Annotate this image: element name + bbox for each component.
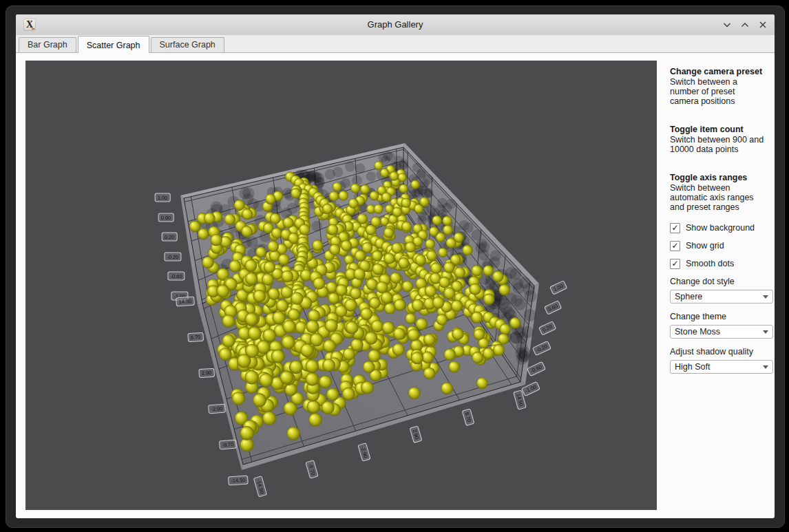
checkmark-icon: ✓ [671, 242, 678, 250]
checkbox-label: Show grid [686, 241, 724, 251]
checkbox-show-background[interactable]: ✓ [670, 223, 680, 233]
checkbox-row: ✓ Show grid [670, 241, 775, 251]
axis-tick-label: 1.00 [155, 193, 171, 202]
help-title: Change camera preset [670, 67, 775, 76]
scatter-3d-view[interactable]: 1.000.600.20-0.20-0.60-1.0014.508.702.90… [25, 61, 657, 510]
theme-select[interactable]: Stone Moss [670, 325, 773, 339]
chevron-down-icon [723, 21, 731, 29]
theme-label: Change theme [670, 312, 775, 321]
help-section-camera: Change camera preset Switch between a nu… [670, 67, 775, 106]
axis-tick-label: -14.50 [228, 476, 249, 486]
checkbox-row: ✓ Smooth dots [670, 259, 775, 268]
checkbox-show-grid[interactable]: ✓ [670, 241, 680, 251]
axis-tick-label: 0.20 [162, 233, 178, 242]
help-section-axis-ranges: Toggle axis ranges Switch between automa… [670, 173, 775, 212]
axis-tick-label: -8.70 [219, 440, 237, 450]
checkbox-group: ✓ Show background ✓ Show grid ✓ Smooth d… [670, 223, 775, 268]
checkbox-row: ✓ Show background [670, 223, 775, 233]
minimize-button[interactable] [722, 20, 732, 30]
axis-tick-label: -2.90 [208, 404, 226, 414]
shadow-quality-label: Adjust shadow quality [670, 347, 775, 357]
checkbox-smooth-dots[interactable]: ✓ [670, 259, 680, 269]
close-icon [759, 21, 767, 29]
checkmark-icon: ✓ [671, 260, 678, 268]
app-window: X Graph Gallery Bar Graph Scatter Graph … [6, 6, 785, 528]
shadow-quality-value: High Soft [675, 362, 710, 372]
tab-surface-graph[interactable]: Surface Graph [151, 37, 224, 52]
help-title: Toggle axis ranges [670, 173, 775, 182]
axis-tick-label: 8.70 [187, 332, 203, 343]
tab-bar: Bar Graph Scatter Graph Surface Graph [16, 35, 775, 53]
checkbox-label: Smooth dots [686, 259, 734, 268]
theme-value: Stone Moss [675, 327, 720, 337]
maximize-button[interactable] [740, 20, 750, 30]
window-controls [722, 14, 768, 35]
axis-tick-label: 0.60 [158, 213, 174, 222]
help-desc: Switch between automatic axis ranges and… [670, 183, 775, 212]
dot-style-label: Change dot style [670, 277, 775, 286]
tab-bar-graph[interactable]: Bar Graph [19, 37, 76, 52]
side-panel: Change camera preset Switch between a nu… [670, 67, 775, 374]
help-desc: Switch between 900 and 10000 data points [670, 135, 775, 154]
titlebar[interactable]: X Graph Gallery [16, 14, 775, 36]
chevron-up-icon [741, 21, 749, 29]
chevron-down-icon [763, 365, 768, 372]
axis-tick-label: -0.20 [164, 252, 181, 261]
chevron-down-icon [763, 295, 768, 301]
window-content: Bar Graph Scatter Graph Surface Graph 1.… [16, 35, 775, 518]
help-section-item-count: Toggle item count Switch between 900 and… [670, 125, 775, 154]
checkbox-label: Show background [686, 223, 755, 233]
chevron-down-icon [763, 330, 768, 337]
axis-tick-label: 2.90 [198, 368, 214, 379]
dot-style-select[interactable]: Sphere [670, 290, 773, 304]
close-button[interactable] [758, 20, 768, 30]
checkmark-icon: ✓ [671, 224, 678, 232]
tab-scatter-graph[interactable]: Scatter Graph [78, 36, 149, 53]
axis-tick-label: -0.60 [167, 272, 185, 281]
dot-style-value: Sphere [675, 292, 702, 301]
window-title: Graph Gallery [16, 14, 775, 35]
shadow-quality-select[interactable]: High Soft [670, 360, 773, 374]
help-desc: Switch between a number of preset camera… [670, 77, 775, 106]
help-title: Toggle item count [670, 125, 775, 134]
axis-tick-label: 14.50 [176, 297, 195, 307]
